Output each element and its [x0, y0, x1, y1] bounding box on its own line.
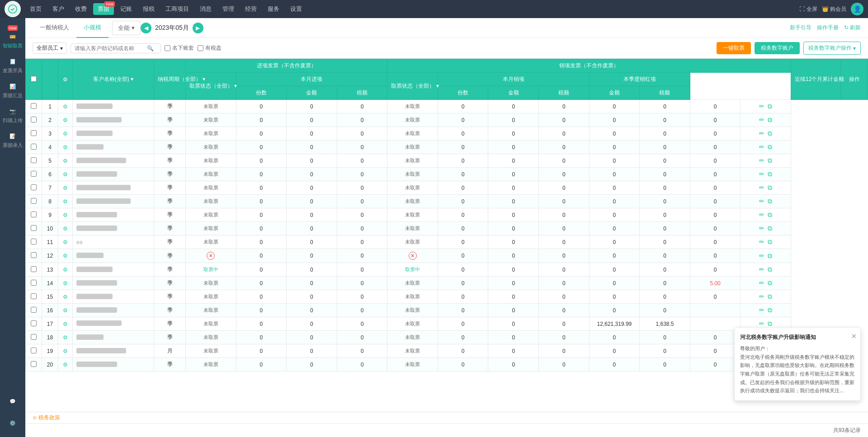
cell-check[interactable]: [26, 208, 42, 222]
edit-icon[interactable]: ✏: [759, 170, 764, 178]
cell-settings[interactable]: ⚙: [58, 304, 73, 317]
cell-settings[interactable]: ⚙: [58, 344, 73, 358]
edit-icon[interactable]: ✏: [759, 238, 764, 245]
row-checkbox[interactable]: [31, 348, 37, 353]
copy-icon[interactable]: ⧉: [768, 103, 772, 110]
copy-icon[interactable]: ⧉: [768, 184, 772, 191]
cell-check[interactable]: [26, 317, 42, 331]
checkbox-tax-disk[interactable]: 有税盘: [198, 44, 222, 52]
edit-icon[interactable]: ✏: [759, 143, 764, 150]
one-click-fetch-btn[interactable]: 一键取票: [717, 42, 751, 54]
cell-check[interactable]: [26, 344, 42, 358]
edit-icon[interactable]: ✏: [759, 116, 764, 123]
cell-settings[interactable]: ⚙: [58, 277, 73, 290]
nav-client[interactable]: 客户: [48, 3, 69, 15]
edit-icon[interactable]: ✏: [759, 293, 764, 300]
row-checkbox[interactable]: [31, 252, 37, 258]
date-prev-btn[interactable]: ◀: [141, 23, 151, 33]
named-accounts-checkbox[interactable]: [165, 45, 170, 51]
edit-icon[interactable]: ✏: [759, 252, 764, 259]
cell-check[interactable]: [26, 304, 42, 317]
cell-check[interactable]: [26, 235, 42, 249]
copy-icon[interactable]: ⧉: [768, 170, 772, 178]
cell-check[interactable]: [26, 154, 42, 168]
nav-settings[interactable]: 设置: [286, 3, 307, 15]
th-status-out[interactable]: 取票状态（全部） ▾: [387, 73, 438, 100]
tab-all-dropdown[interactable]: 全能 ▾: [112, 21, 141, 35]
cell-settings[interactable]: ⚙: [58, 235, 73, 249]
row-checkbox[interactable]: [31, 171, 37, 177]
cell-check[interactable]: [26, 100, 42, 113]
tab-general-taxpayer[interactable]: 一般纳税人: [33, 18, 76, 38]
cell-settings[interactable]: ⚙: [58, 127, 73, 141]
cell-settings[interactable]: ⚙: [58, 331, 73, 344]
copy-icon[interactable]: ⧉: [768, 252, 772, 259]
row-checkbox[interactable]: [31, 266, 37, 272]
sidebar-item-smart-ticket[interactable]: new 🎫 智能取票: [0, 22, 25, 53]
cell-settings[interactable]: ⚙: [58, 249, 73, 263]
fullscreen-btn[interactable]: ⛶ 全屏: [799, 5, 817, 13]
app-logo[interactable]: [5, 1, 21, 17]
edit-icon[interactable]: ✏: [759, 225, 764, 232]
cell-check[interactable]: [26, 222, 42, 235]
sidebar-item-invoice-issue[interactable]: 🧾 发票开具: [0, 53, 25, 78]
sidebar-item-entry[interactable]: 📝 票据录入: [0, 127, 25, 152]
copy-icon[interactable]: ⧉: [768, 143, 772, 150]
edit-icon[interactable]: ✏: [759, 266, 764, 273]
copy-icon[interactable]: ⧉: [768, 279, 772, 287]
copy-icon[interactable]: ⧉: [768, 116, 772, 123]
edit-icon[interactable]: ✏: [759, 211, 764, 218]
cell-settings[interactable]: ⚙: [58, 263, 73, 277]
cell-settings[interactable]: ⚙: [58, 154, 73, 168]
edit-icon[interactable]: ✏: [759, 197, 764, 205]
nav-home[interactable]: 首页: [25, 3, 46, 15]
copy-icon[interactable]: ⧉: [768, 306, 772, 314]
edit-icon[interactable]: ✏: [759, 306, 764, 314]
cell-settings[interactable]: ⚙: [58, 141, 73, 154]
employee-select[interactable]: 全部员工 ▾: [33, 42, 67, 54]
cell-check[interactable]: [26, 263, 42, 277]
member-btn[interactable]: 👑 购会员: [822, 5, 846, 13]
cell-check[interactable]: [26, 113, 42, 127]
nav-business[interactable]: 工商项目: [161, 3, 193, 15]
sidebar-item-scan[interactable]: 📷 扫描上传: [0, 103, 25, 127]
refresh-btn[interactable]: ↻ 刷新: [844, 24, 861, 32]
cell-settings[interactable]: ⚙: [58, 290, 73, 304]
tab-small-scale[interactable]: 小规模: [76, 18, 108, 38]
row-checkbox[interactable]: [31, 184, 37, 190]
nav-management[interactable]: 管理: [218, 3, 239, 15]
sidebar-message[interactable]: 💬: [6, 393, 19, 411]
copy-icon[interactable]: ⧉: [768, 293, 772, 300]
row-checkbox[interactable]: [31, 211, 37, 217]
cell-check[interactable]: [26, 181, 42, 195]
cell-check[interactable]: [26, 331, 42, 344]
cell-check[interactable]: [26, 277, 42, 290]
row-checkbox[interactable]: [31, 239, 37, 244]
copy-icon[interactable]: ⧉: [768, 266, 772, 273]
row-checkbox[interactable]: [31, 320, 37, 326]
cell-settings[interactable]: ⚙: [58, 113, 73, 127]
row-checkbox[interactable]: [31, 225, 37, 231]
tax-digital-account-btn[interactable]: 税务数字账户: [755, 42, 800, 54]
cell-settings[interactable]: ⚙: [58, 358, 73, 371]
th-nsr[interactable]: 纳税周期（全部） ▾: [154, 59, 186, 100]
edit-icon[interactable]: ✏: [759, 320, 764, 327]
cell-settings[interactable]: ⚙: [58, 181, 73, 195]
tax-digital-operate-btn[interactable]: 税务数字账户操作 ▾: [803, 42, 861, 55]
cell-settings[interactable]: ⚙: [58, 222, 73, 235]
row-checkbox[interactable]: [31, 361, 37, 367]
row-checkbox[interactable]: [31, 103, 37, 109]
nav-service[interactable]: 服务: [263, 3, 284, 15]
nav-invoice[interactable]: 票据 new: [93, 3, 114, 15]
popup-close-btn[interactable]: ✕: [851, 331, 857, 341]
select-all-checkbox[interactable]: [31, 76, 37, 82]
row-checkbox[interactable]: [31, 130, 37, 136]
th-name[interactable]: 客户名称(全部) ▾: [73, 59, 154, 100]
row-checkbox[interactable]: [31, 198, 37, 204]
cell-check[interactable]: [26, 249, 42, 263]
cell-settings[interactable]: ⚙: [58, 195, 73, 208]
cell-settings[interactable]: ⚙: [58, 208, 73, 222]
copy-icon[interactable]: ⧉: [768, 320, 772, 327]
cell-check[interactable]: [26, 358, 42, 371]
edit-icon[interactable]: ✏: [759, 157, 764, 164]
